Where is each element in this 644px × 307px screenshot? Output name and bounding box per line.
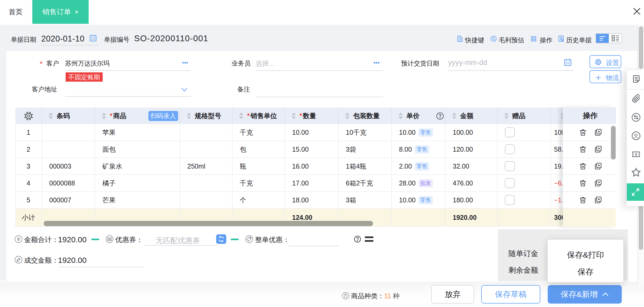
svg-text:¥: ¥ bbox=[634, 152, 637, 157]
svg-text:毛: 毛 bbox=[492, 37, 495, 41]
svg-text:欠: 欠 bbox=[634, 133, 639, 139]
